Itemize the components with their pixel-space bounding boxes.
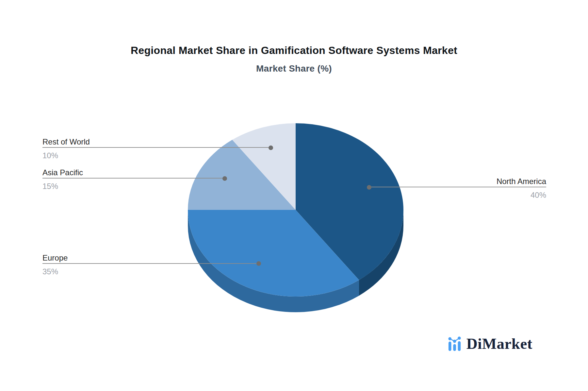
leader-dot-rest-of-world <box>269 145 273 150</box>
dimarket-logo: DiMarket <box>448 336 532 351</box>
slice-label-north-america: North America <box>497 177 547 186</box>
bar-chart-logo-icon <box>448 336 462 351</box>
slice-label-asia-pacific: Asia Pacific <box>42 168 83 177</box>
report-canvas: Regional Market Share in Gamification So… <box>0 0 588 391</box>
logo-text: DiMarket <box>466 336 532 351</box>
slice-value-europe: 35% <box>42 267 58 276</box>
slice-value-north-america: 40% <box>531 191 546 199</box>
leader-dot-asia-pacific <box>222 176 227 181</box>
leader-dot-north-america <box>367 185 371 190</box>
slice-value-rest-of-world: 10% <box>42 151 58 160</box>
slice-label-rest-of-world: Rest of World <box>42 137 90 146</box>
slice-value-asia-pacific: 15% <box>42 182 58 191</box>
leader-dot-europe <box>256 261 261 266</box>
slice-label-europe: Europe <box>42 253 68 262</box>
pie-chart: North America40%Europe35%Asia Pacific15%… <box>0 0 588 391</box>
